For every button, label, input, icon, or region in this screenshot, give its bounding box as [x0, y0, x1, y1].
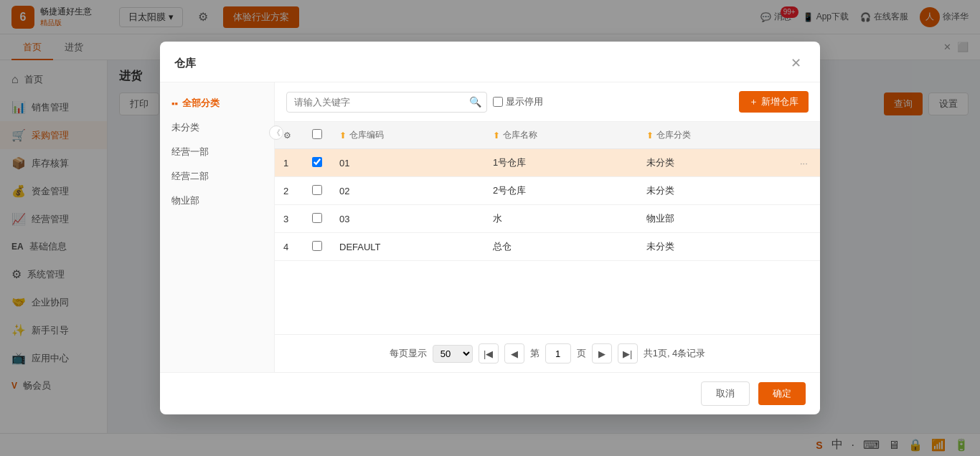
- row-checkbox[interactable]: [312, 241, 322, 251]
- row-checkbox[interactable]: [312, 157, 322, 167]
- col-actions: [791, 122, 820, 149]
- modal-category-unclassified[interactable]: 未分类: [160, 115, 274, 140]
- sort-icon2: ⬆: [493, 130, 500, 141]
- row-category: 未分类: [638, 149, 791, 177]
- row-actions: ···: [791, 149, 820, 177]
- first-page-button[interactable]: |◀: [479, 343, 499, 364]
- row-num: 2: [275, 177, 303, 205]
- row-checkbox-cell[interactable]: [303, 149, 331, 177]
- row-checkbox[interactable]: [312, 185, 322, 195]
- row-category: 未分类: [638, 177, 791, 205]
- row-checkbox-cell[interactable]: [303, 205, 331, 233]
- add-warehouse-button[interactable]: ＋ 新增仓库: [739, 91, 809, 113]
- col-warehouse-name[interactable]: ⬆ 仓库名称: [484, 122, 638, 149]
- row-name: 2号仓库: [484, 177, 638, 205]
- table-row[interactable]: 4 DEFAULT 总仓 未分类: [275, 233, 820, 261]
- modal-sidebar-header[interactable]: ▪▪ 全部分类: [160, 91, 274, 115]
- show-disabled-checkbox[interactable]: [493, 97, 503, 107]
- search-icon[interactable]: 🔍: [469, 96, 481, 108]
- prev-page-button[interactable]: ◀: [504, 343, 524, 364]
- modal-header: 仓库 ✕: [160, 42, 820, 82]
- gear-icon: ⚙: [283, 130, 291, 141]
- modal-pagination: 每页显示 50 100 |◀ ◀ 第 页 ▶ ▶| 共1页, 4条记录: [275, 334, 820, 372]
- sort-icon3: ⬆: [646, 130, 654, 141]
- warehouse-table: ⚙ ⬆ 仓库编码: [275, 122, 820, 261]
- confirm-button[interactable]: 确定: [758, 382, 806, 405]
- sort-icon: ⬆: [339, 130, 347, 141]
- col-checkbox: [303, 122, 331, 149]
- row-code: 01: [331, 149, 484, 177]
- modal-toolbar: 🔍 显示停用 ＋ 新增仓库: [275, 82, 820, 122]
- page-label: 第: [530, 347, 540, 360]
- modal-footer: 取消 确定: [160, 372, 820, 414]
- modal-category-property[interactable]: 物业部: [160, 189, 274, 213]
- row-name: 1号仓库: [484, 149, 638, 177]
- last-page-button[interactable]: ▶|: [618, 343, 638, 364]
- show-disabled-label[interactable]: 显示停用: [493, 95, 543, 108]
- row-actions: [791, 205, 820, 233]
- cancel-button[interactable]: 取消: [701, 381, 750, 406]
- table-row[interactable]: 2 02 2号仓库 未分类: [275, 177, 820, 205]
- row-name: 总仓: [484, 233, 638, 261]
- modal-category-ops2[interactable]: 经营二部: [160, 164, 274, 189]
- row-num: 3: [275, 205, 303, 233]
- row-code: 03: [331, 205, 484, 233]
- modal-category-ops1[interactable]: 经营一部: [160, 140, 274, 164]
- page-suffix: 页: [577, 347, 586, 360]
- page-input[interactable]: [545, 343, 571, 364]
- per-page-select[interactable]: 50 100: [433, 345, 473, 363]
- search-input-wrap: 🔍: [286, 92, 487, 113]
- modal-main-content: 🔍 显示停用 ＋ 新增仓库 ⚙: [275, 82, 820, 372]
- per-page-label: 每页显示: [390, 347, 427, 360]
- row-actions: [791, 233, 820, 261]
- row-category: 物业部: [638, 205, 791, 233]
- warehouse-modal: 仓库 ✕ ▪▪ 全部分类 未分类 经营一部 经营二部 物业部 《: [160, 42, 820, 414]
- modal-body: ▪▪ 全部分类 未分类 经营一部 经营二部 物业部 《 🔍: [160, 82, 820, 372]
- row-actions: [791, 177, 820, 205]
- next-page-button[interactable]: ▶: [592, 343, 612, 364]
- modal-overlay: 仓库 ✕ ▪▪ 全部分类 未分类 经营一部 经营二部 物业部 《: [0, 0, 980, 456]
- modal-title: 仓库: [174, 57, 196, 70]
- row-code: 02: [331, 177, 484, 205]
- row-checkbox-cell[interactable]: [303, 177, 331, 205]
- sidebar-collapse-button[interactable]: 《: [269, 125, 283, 140]
- row-name: 水: [484, 205, 638, 233]
- row-num: 4: [275, 233, 303, 261]
- modal-close-button[interactable]: ✕: [786, 53, 806, 73]
- table-row[interactable]: 3 03 水 物业部: [275, 205, 820, 233]
- row-category: 未分类: [638, 233, 791, 261]
- table-row[interactable]: 1 01 1号仓库 未分类 ···: [275, 149, 820, 177]
- total-info: 共1页, 4条记录: [644, 347, 706, 360]
- row-checkbox-cell[interactable]: [303, 233, 331, 261]
- select-all-checkbox[interactable]: [312, 129, 322, 139]
- col-warehouse-code[interactable]: ⬆ 仓库编码: [331, 122, 484, 149]
- modal-table-wrap: ⚙ ⬆ 仓库编码: [275, 122, 820, 334]
- col-warehouse-category[interactable]: ⬆ 仓库分类: [638, 122, 791, 149]
- search-input[interactable]: [286, 92, 487, 113]
- modal-category-sidebar: ▪▪ 全部分类 未分类 经营一部 经营二部 物业部 《: [160, 82, 275, 372]
- row-checkbox[interactable]: [312, 213, 322, 223]
- grid-icon: ▪▪: [171, 98, 178, 109]
- row-num: 1: [275, 149, 303, 177]
- row-code: DEFAULT: [331, 233, 484, 261]
